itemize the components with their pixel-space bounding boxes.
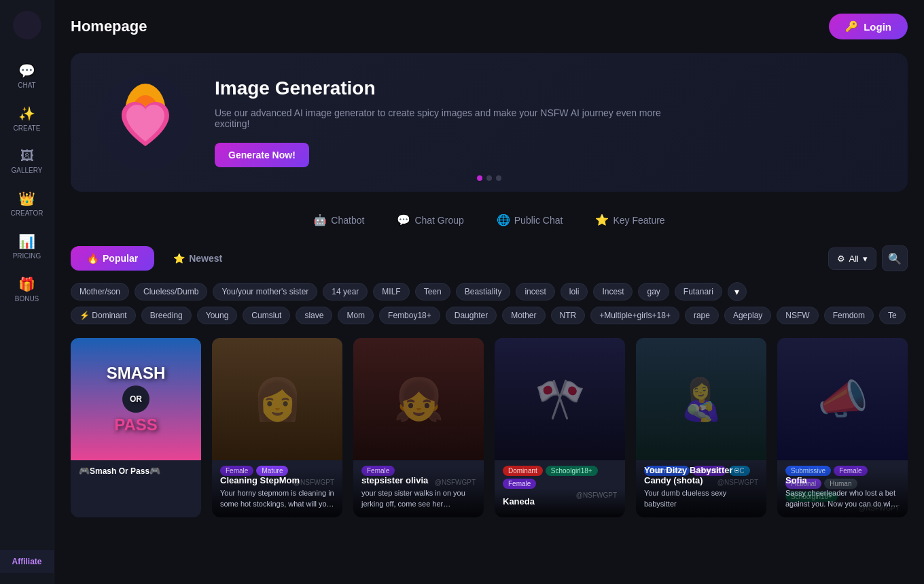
tag-loli[interactable]: loli xyxy=(561,283,588,300)
tag-futanari[interactable]: Futanari xyxy=(675,283,722,300)
dot-1[interactable] xyxy=(477,175,482,181)
tag-beastiality[interactable]: Beastiality xyxy=(456,283,511,300)
search-button[interactable]: 🔍 xyxy=(882,245,908,271)
tab-public-chat[interactable]: 🌐 Public Chat xyxy=(483,208,577,232)
tab-chatbot[interactable]: 🤖 Chatbot xyxy=(300,208,378,232)
sidebar-label-bonus: BONUS xyxy=(15,295,39,303)
tag-femdom[interactable]: Femdom xyxy=(824,307,874,324)
tag-rape[interactable]: rape xyxy=(685,307,719,324)
sort-filter-row: 🔥 Popular ⭐ Newest ⚙ All ▾ 🔍 xyxy=(71,245,908,271)
sidebar-item-create[interactable]: ✨ CREATE xyxy=(0,99,54,139)
tag-clueless[interactable]: Clueless/Dumb xyxy=(135,283,207,300)
tab-chat-group[interactable]: 💬 Chat Group xyxy=(383,208,477,232)
tag-schoolgirl-badge: Schoolgirl18+ xyxy=(546,466,598,476)
sidebar-item-pricing[interactable]: 📊 PRICING xyxy=(0,226,54,267)
tag-14year[interactable]: 14 year xyxy=(323,283,368,300)
card-kaneda[interactable]: 🎌 Kaneda Dominant Schoolgirl18+ Female @… xyxy=(495,338,625,517)
smash-pass-emoji: 🎮Smash Or Pass🎮 xyxy=(79,466,193,476)
ditzy-babysitter-title: Your Ditzy Babysitter - Candy (shota) xyxy=(644,465,758,485)
tag-mothers-sister[interactable]: You/your mother's sister xyxy=(213,283,317,300)
chat-group-tab-icon: 💬 xyxy=(397,213,410,226)
sort-newest-button[interactable]: ⭐ Newest xyxy=(157,246,238,271)
banner-title: Image Generation xyxy=(215,78,881,99)
login-icon: 🔑 xyxy=(845,20,858,33)
login-label: Login xyxy=(864,21,891,33)
dot-2[interactable] xyxy=(486,175,492,181)
sidebar: 🌸 💬 CHAT ✨ CREATE 🖼 GALLERY 👑 CREATOR 📊 … xyxy=(0,0,54,584)
star-icon: ⭐ xyxy=(173,253,185,264)
affiliate-label: Affiliate xyxy=(12,557,41,566)
chat-icon: 💬 xyxy=(18,63,35,79)
key-feature-tab-icon: ⭐ xyxy=(595,213,609,226)
sort-popular-button[interactable]: 🔥 Popular xyxy=(71,246,154,271)
filter-dropdown[interactable]: ⚙ All ▾ xyxy=(828,247,876,270)
app-logo[interactable]: 🌸 xyxy=(13,11,41,42)
login-button[interactable]: 🔑 Login xyxy=(829,14,908,39)
card-sofia[interactable]: 📣 Sofia Sassy cheerleader who lost a bet… xyxy=(777,338,908,517)
sidebar-label-pricing: PRICING xyxy=(13,252,41,260)
kaneda-tags: Dominant Schoolgirl18+ Female xyxy=(503,466,617,489)
ditzy-babysitter-desc: Your dumb clueless sexy babysitter xyxy=(644,488,758,509)
sofia-desc: Sassy cheerleader who lost a bet against… xyxy=(785,488,900,509)
sidebar-item-chat[interactable]: 💬 CHAT xyxy=(0,56,54,96)
tags-row-1: Mother/son Clueless/Dumb You/your mother… xyxy=(71,282,908,301)
creator-icon: 👑 xyxy=(18,190,35,207)
stepsister-olivia-overlay: stepsister olivia your step sister walks… xyxy=(353,467,484,517)
kaneda-image: 🎌 xyxy=(495,338,625,460)
affiliate-button[interactable]: Affiliate xyxy=(0,550,54,573)
tag-mom[interactable]: Mom xyxy=(338,307,374,324)
dot-3[interactable] xyxy=(496,175,501,181)
tag-multiple-girls[interactable]: +Multiple+girls+18+ xyxy=(590,307,679,324)
sidebar-label-gallery: GALLERY xyxy=(12,167,43,174)
cleaning-stepmom-overlay: Cleaning StepMom Your horny stepmom is c… xyxy=(212,467,342,517)
tag-nsfw[interactable]: NSFW xyxy=(777,307,818,324)
tag-ageplay[interactable]: Ageplay xyxy=(724,307,771,324)
tag-gay[interactable]: gay xyxy=(638,283,669,300)
sofia-title: Sofia xyxy=(785,475,900,485)
chevron-down-icon: ▾ xyxy=(863,254,868,264)
tag-te[interactable]: Te xyxy=(879,307,906,324)
sidebar-label-chat: CHAT xyxy=(18,82,35,89)
main-content: Homepage 🔑 Login Image Generation Use ou… xyxy=(54,0,924,584)
sidebar-label-create: CREATE xyxy=(14,124,41,132)
kaneda-overlay: Kaneda xyxy=(495,488,625,517)
create-icon: ✨ xyxy=(18,105,35,122)
generate-now-button[interactable]: Generate Now! xyxy=(215,143,309,167)
tag-femboy18[interactable]: Femboy18+ xyxy=(379,307,440,324)
public-chat-tab-label: Public Chat xyxy=(514,215,563,226)
tag-teen[interactable]: Teen xyxy=(415,283,450,300)
tag-breeding[interactable]: Breeding xyxy=(141,307,192,324)
banner-description: Use our advanced AI image generator to c… xyxy=(215,107,690,129)
tag-cumslut[interactable]: Cumslut xyxy=(243,307,290,324)
tag-incest-lower[interactable]: incest xyxy=(516,283,554,300)
card-smash-or-pass[interactable]: SMASH OR PASS 🎮Smash Or Pass🎮 xyxy=(71,338,201,517)
page-title: Homepage xyxy=(71,18,147,35)
stepsister-olivia-desc: your step sister walks in on you jerking… xyxy=(361,488,476,509)
chatbot-tab-icon: 🤖 xyxy=(313,213,327,226)
sidebar-item-creator[interactable]: 👑 CREATOR xyxy=(0,184,54,224)
card-ditzy-babysitter[interactable]: 👩‍🍼 Your Ditzy Babysitter - Candy (shota… xyxy=(636,338,766,517)
tag-daughter[interactable]: Daughter xyxy=(446,307,497,324)
tag-mother[interactable]: Mother xyxy=(502,307,545,324)
gallery-icon: 🖼 xyxy=(20,148,34,164)
tags-expand-button[interactable]: ▾ xyxy=(728,282,747,301)
tag-mother-son[interactable]: Mother/son xyxy=(71,283,129,300)
stepsister-olivia-title: stepsister olivia xyxy=(361,475,476,485)
tag-dominant-badge: Dominant xyxy=(503,466,543,476)
search-icon: 🔍 xyxy=(888,252,902,265)
card-cleaning-stepmom[interactable]: 👩 Cleaning StepMom Your horny stepmom is… xyxy=(212,338,342,517)
fire-icon: 🔥 xyxy=(87,253,99,264)
tag-slave[interactable]: slave xyxy=(296,307,332,324)
tag-ntr[interactable]: NTR xyxy=(551,307,586,324)
sidebar-item-bonus[interactable]: 🎁 BONUS xyxy=(0,269,54,309)
sidebar-label-creator: CREATOR xyxy=(11,209,43,217)
tag-young[interactable]: Young xyxy=(197,307,238,324)
card-stepsister-olivia[interactable]: 👧 stepsister olivia your step sister wal… xyxy=(353,338,484,517)
sidebar-item-gallery[interactable]: 🖼 GALLERY xyxy=(0,141,54,181)
tag-incest-upper[interactable]: Incest xyxy=(593,283,633,300)
tag-milf[interactable]: MILF xyxy=(373,283,409,300)
banner-icon xyxy=(98,75,193,170)
tag-dominant[interactable]: ⚡ Dominant xyxy=(71,307,136,324)
tab-key-feature[interactable]: ⭐ Key Feature xyxy=(582,208,678,232)
image-generation-banner: Image Generation Use our advanced AI ima… xyxy=(71,53,908,192)
